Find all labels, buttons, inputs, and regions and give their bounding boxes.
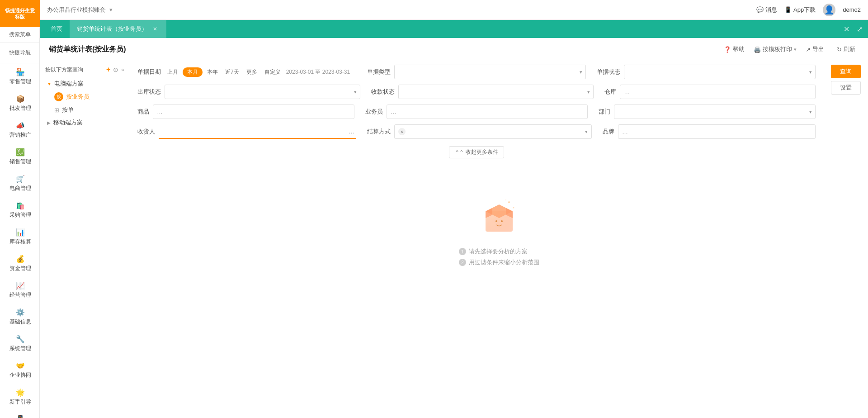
- nav-label: 快捷导航: [9, 49, 31, 57]
- collect-status-select[interactable]: [398, 85, 594, 99]
- sidebar-item-guide[interactable]: 🌟 新手引导: [0, 384, 39, 410]
- topbar: 办公用品行业模拟账套 ▾ 💬 消息 📱 App下载 👤 demo2: [40, 0, 868, 20]
- edit-plan-icon[interactable]: ⊙: [113, 66, 118, 73]
- quick-nav[interactable]: 快捷导航: [0, 43, 39, 63]
- sidebar-item-finance[interactable]: 💰 资金管理: [0, 250, 39, 277]
- tab-sales-stat[interactable]: 销货单统计表（按业务员） ✕: [70, 20, 166, 38]
- sidebar-item-system[interactable]: 🔧 系统管理: [0, 330, 39, 357]
- date-tab-7days[interactable]: 近7天: [222, 67, 242, 77]
- warehouse-label: 仓库: [604, 88, 616, 96]
- user-avatar[interactable]: 👤: [823, 4, 835, 16]
- breadcrumb-dropdown-icon[interactable]: ▾: [109, 6, 113, 13]
- add-plan-icon[interactable]: +: [106, 66, 110, 74]
- sidebar-item-marketing[interactable]: 📣 营销推广: [0, 117, 39, 143]
- topbar-left: 办公用品行业模拟账套 ▾: [47, 6, 113, 14]
- sidebar-item-basic[interactable]: ⚙️ 基础信息: [0, 304, 39, 330]
- sidebar-item-inventory[interactable]: 📊 库存核算: [0, 223, 39, 250]
- brand-dots[interactable]: …: [622, 128, 628, 135]
- tree-mobile-plan[interactable]: ▶ 移动端方案: [43, 116, 126, 129]
- sidebar-item-retail[interactable]: 🏪 零售管理: [0, 63, 39, 90]
- empty-hint-2: 2 用过滤条件来缩小分析范围: [459, 258, 539, 266]
- sidebar-item-appcenter[interactable]: 📱 应用中心: [0, 410, 39, 418]
- date-tab-lastmonth[interactable]: 上月: [165, 67, 181, 77]
- sidebar-menu: 🏪 零售管理 📦 批发管理 📣 营销推广 💹 销售管理 🛒 电商管理 🛍️ 采购…: [0, 63, 39, 418]
- tab-close-all-icon[interactable]: ✕: [842, 23, 851, 35]
- collapse-panel-icon[interactable]: «: [121, 66, 124, 73]
- refresh-btn[interactable]: ↻ 刷新: [833, 43, 859, 55]
- tree-section: ▼ 电脑端方案 按 按业务员 ⊞ 按单 ▶: [40, 77, 130, 129]
- sidebar-item-sales[interactable]: 💹 销售管理: [0, 143, 39, 170]
- app-logo[interactable]: 畅捷通好生意 标版: [0, 0, 40, 27]
- settings-btn[interactable]: 设置: [831, 81, 861, 95]
- goods-dots[interactable]: …: [157, 109, 163, 115]
- settle-dropdown-icon[interactable]: ▾: [585, 129, 588, 135]
- tree-pc-plan[interactable]: ▼ 电脑端方案: [43, 77, 126, 90]
- export-label: 导出: [812, 45, 824, 53]
- search-menu-item[interactable]: 搜索菜单: [0, 27, 39, 43]
- message-btn[interactable]: 💬 消息: [756, 6, 777, 14]
- wholesale-label: 批发管理: [9, 104, 31, 112]
- pc-plan-label: 电脑端方案: [54, 80, 84, 88]
- quick-nav-item[interactable]: 快捷导航: [0, 45, 39, 60]
- left-panel: 按以下方案查询 + ⊙ « ▼ 电脑端方案 按 按业: [40, 59, 130, 418]
- collapse-btn[interactable]: ⌃⌃ 收起更多条件: [449, 146, 504, 158]
- collapse-label: 收起更多条件: [466, 148, 498, 156]
- query-btn[interactable]: 查询: [831, 65, 861, 78]
- tab-maximize-icon[interactable]: ⤢: [855, 23, 864, 35]
- date-label: 单据日期: [137, 68, 161, 76]
- receiver-input[interactable]: [160, 128, 349, 134]
- collapse-icon: ⌃⌃: [455, 149, 464, 156]
- date-tab-thismonth[interactable]: 本月: [183, 67, 203, 77]
- guide-label: 新手引导: [9, 398, 31, 406]
- warehouse-dots[interactable]: …: [624, 89, 630, 95]
- tree-by-order[interactable]: ⊞ 按单: [51, 104, 126, 116]
- user-name[interactable]: demo2: [843, 6, 861, 13]
- out-status-label: 出库状态: [137, 88, 161, 96]
- ecommerce-label: 电商管理: [9, 185, 31, 192]
- tab-home[interactable]: 首页: [43, 20, 70, 38]
- app-sub: 标版: [15, 14, 25, 20]
- settle-x-badge[interactable]: ×: [398, 128, 406, 135]
- refresh-icon: ↻: [837, 46, 842, 53]
- print-dropdown-icon[interactable]: ▾: [794, 47, 797, 52]
- empty-icon: [476, 193, 522, 238]
- tree-by-salesperson[interactable]: 按 按业务员: [51, 90, 126, 104]
- doc-type-select[interactable]: [394, 65, 586, 79]
- retail-label: 零售管理: [9, 78, 31, 86]
- settle-control: × ▾: [394, 124, 592, 139]
- svg-point-5: [513, 207, 514, 209]
- sidebar-item-cooperation[interactable]: 🤝 企业协同: [0, 357, 39, 384]
- doc-type-control: [394, 65, 586, 79]
- page-header-actions: ❓ 帮助 🖨️ 按模板打印 ▾ ↗ 导出 ↻ 刷新: [720, 43, 859, 55]
- page-title: 销货单统计表(按业务员): [49, 45, 126, 54]
- app-name: 畅捷通好生意: [5, 7, 35, 14]
- salesperson-dots[interactable]: …: [391, 109, 396, 115]
- sidebar-item-purchase[interactable]: 🛍️ 采购管理: [0, 197, 39, 223]
- tab-close-btn[interactable]: ✕: [151, 25, 159, 33]
- date-tab-thisyear[interactable]: 本年: [204, 67, 221, 77]
- left-panel-header: 按以下方案查询 + ⊙ «: [40, 64, 130, 77]
- mobile-plan-label: 移动端方案: [53, 119, 83, 127]
- settle-label: 结算方式: [367, 128, 391, 136]
- download-icon: 📱: [784, 6, 792, 13]
- topbar-right: 💬 消息 📱 App下载 👤 demo2: [756, 4, 861, 16]
- receiver-label: 收货人: [137, 128, 155, 136]
- sidebar-item-ecommerce[interactable]: 🛒 电商管理: [0, 170, 39, 197]
- left-panel-label: 按以下方案查询: [45, 66, 83, 74]
- app-download-label: App下载: [793, 6, 816, 14]
- print-icon: 🖨️: [754, 46, 761, 53]
- print-btn[interactable]: 🖨️ 按模板打印 ▾: [754, 45, 797, 53]
- sidebar-item-wholesale[interactable]: 📦 批发管理: [0, 90, 39, 117]
- message-label: 消息: [765, 6, 777, 14]
- date-tab-more[interactable]: 更多: [244, 67, 260, 77]
- date-tab-custom[interactable]: 自定义: [262, 67, 283, 77]
- out-status-select[interactable]: [165, 85, 360, 99]
- doc-status-select[interactable]: [624, 65, 816, 79]
- app-download-btn[interactable]: 📱 App下载: [784, 6, 816, 14]
- receiver-dots[interactable]: …: [349, 128, 354, 135]
- dept-select[interactable]: [614, 104, 816, 119]
- help-btn[interactable]: ❓ 帮助: [720, 43, 748, 55]
- sidebar-item-operation[interactable]: 📈 经营管理: [0, 277, 39, 304]
- filter-row-2: 出库状态 收款状态 仓库: [137, 85, 816, 99]
- export-btn[interactable]: ↗ 导出: [802, 43, 828, 55]
